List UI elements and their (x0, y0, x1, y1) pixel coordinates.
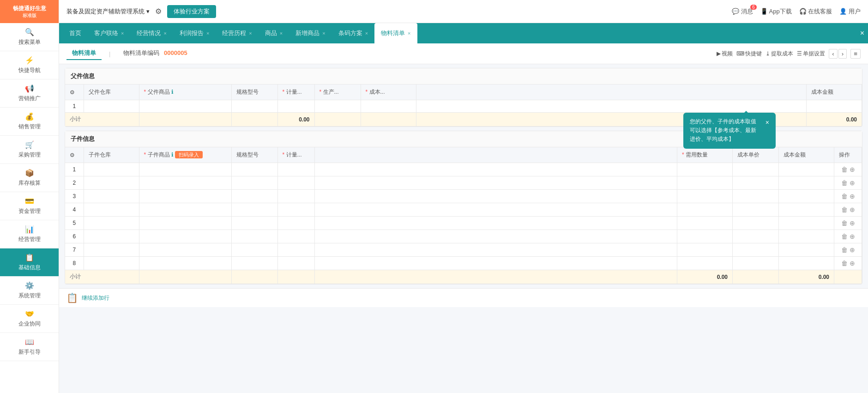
sidebar-item-quick-nav[interactable]: ⚡快捷导航 (0, 51, 59, 79)
child-cell-unit-5[interactable] (277, 217, 314, 230)
copy-icon-8[interactable]: ⊕ (850, 260, 855, 267)
add-row-icon[interactable]: 📋 (66, 292, 78, 303)
delete-icon-8[interactable]: 🗑 (841, 260, 848, 267)
sidebar-item-system[interactable]: ⚙️系统管理 (0, 277, 59, 305)
child-cell-price-7[interactable] (733, 243, 779, 257)
child-cell-product-5[interactable] (139, 217, 231, 230)
sidebar-item-operations[interactable]: 📊经营管理 (0, 220, 59, 248)
child-cell-price-3[interactable] (733, 190, 779, 203)
parent-cell-product-1[interactable] (139, 100, 231, 113)
extract-cost-btn[interactable]: ⤓ 提取成本 (766, 50, 793, 58)
nav-tab-home[interactable]: 首页 (63, 23, 88, 43)
user-btn[interactable]: 👤 用户 (839, 7, 861, 16)
nav-tab-profit-report[interactable]: 利润报告× (173, 23, 216, 43)
nav-tab-customers[interactable]: 客户联络× (88, 23, 130, 43)
nav-tab-bom[interactable]: 物料清单× (374, 23, 417, 43)
parent-th-settings[interactable]: ⚙ (65, 85, 84, 100)
copy-icon-7[interactable]: ⊕ (850, 246, 855, 254)
video-btn[interactable]: ▶ 视频 (717, 50, 733, 58)
delete-icon-7[interactable]: 🗑 (841, 246, 848, 254)
copy-icon-6[interactable]: ⊕ (850, 233, 855, 240)
single-settings-btn[interactable]: ☰ 单据设置 (797, 50, 825, 58)
child-cell-spec-7[interactable] (231, 243, 277, 257)
child-cell-qty-6[interactable] (677, 230, 733, 243)
child-cell-price-8[interactable] (733, 257, 779, 270)
child-cell-warehouse-3[interactable] (84, 190, 139, 203)
child-cell-unit-6[interactable] (277, 230, 314, 243)
sidebar-item-inventory[interactable]: 📦库存核算 (0, 164, 59, 192)
settings-icon[interactable]: ⚙ (155, 7, 162, 16)
close-all-tabs-btn[interactable]: × (860, 29, 864, 37)
child-cell-price-2[interactable] (733, 176, 779, 190)
child-cell-spec-5[interactable] (231, 217, 277, 230)
child-cell-qty-2[interactable] (677, 176, 733, 190)
sidebar-item-basic-info[interactable]: 📋基础信息 (0, 248, 59, 277)
prev-btn[interactable]: ‹ (829, 49, 837, 59)
copy-icon-3[interactable]: ⊕ (850, 193, 855, 200)
child-cell-spec-1[interactable] (231, 163, 277, 176)
nav-tab-close-customers[interactable]: × (121, 30, 124, 36)
child-cell-price-1[interactable] (733, 163, 779, 176)
scan-btn[interactable]: 扫码录入 (175, 151, 203, 158)
parent-cell-warehouse-1[interactable] (84, 100, 139, 113)
child-cell-qty-1[interactable] (677, 163, 733, 176)
nav-tab-close-operations-status[interactable]: × (163, 30, 166, 36)
child-cell-product-2[interactable] (139, 176, 231, 190)
child-cell-spec-3[interactable] (231, 190, 277, 203)
child-cell-warehouse-1[interactable] (84, 163, 139, 176)
sub-tab-code[interactable]: 物料清单编码 0000005 (118, 47, 193, 60)
message-btn[interactable]: 💬 6 消息 (732, 7, 753, 16)
online-service-btn[interactable]: 🎧 在线客服 (799, 7, 832, 16)
parent-cell-unit-1[interactable] (277, 100, 314, 113)
child-cell-qty-4[interactable] (677, 203, 733, 217)
app-download-btn[interactable]: 📱 App下载 (760, 7, 792, 16)
delete-icon-6[interactable]: 🗑 (841, 233, 848, 240)
child-cell-unit-7[interactable] (277, 243, 314, 257)
add-row-label[interactable]: 继续添加行 (82, 294, 109, 302)
child-cell-unit-8[interactable] (277, 257, 314, 270)
nav-tab-close-barcode[interactable]: × (365, 30, 368, 36)
nav-tab-close-new-product[interactable]: × (322, 30, 325, 36)
delete-icon-1[interactable]: 🗑 (841, 166, 848, 173)
child-cell-warehouse-6[interactable] (84, 230, 139, 243)
child-cell-unit-2[interactable] (277, 176, 314, 190)
delete-icon-3[interactable]: 🗑 (841, 193, 848, 200)
copy-icon-5[interactable]: ⊕ (850, 219, 855, 227)
tooltip-close-btn[interactable]: × (766, 117, 769, 127)
child-cell-qty-3[interactable] (677, 190, 733, 203)
sidebar-item-sales[interactable]: 💰销售管理 (0, 108, 59, 136)
child-cell-product-3[interactable] (139, 190, 231, 203)
child-cell-spec-4[interactable] (231, 203, 277, 217)
nav-tab-new-product[interactable]: 新增商品× (289, 23, 332, 43)
nav-tab-products[interactable]: 商品× (259, 23, 289, 43)
sidebar-item-search[interactable]: 🔍搜索菜单 (0, 23, 59, 51)
system-title[interactable]: 装备及固定资产辅助管理系统 ▾ (66, 7, 150, 16)
child-cell-spec-2[interactable] (231, 176, 277, 190)
child-cell-qty-5[interactable] (677, 217, 733, 230)
nav-tab-close-bom[interactable]: × (408, 30, 410, 36)
child-cell-product-1[interactable] (139, 163, 231, 176)
child-cell-warehouse-8[interactable] (84, 257, 139, 270)
parent-cell-cost-1[interactable] (361, 100, 416, 113)
delete-icon-2[interactable]: 🗑 (841, 179, 848, 187)
next-btn[interactable]: › (838, 49, 847, 59)
child-cell-product-6[interactable] (139, 230, 231, 243)
shortcut-btn[interactable]: ⌨ 快捷键 (736, 50, 762, 58)
child-cell-price-4[interactable] (733, 203, 779, 217)
nav-tab-close-profit-report[interactable]: × (206, 30, 209, 36)
child-cell-spec-6[interactable] (231, 230, 277, 243)
copy-icon-1[interactable]: ⊕ (850, 166, 855, 173)
parent-cell-spec-1[interactable] (231, 100, 277, 113)
delete-icon-5[interactable]: 🗑 (841, 219, 848, 227)
trial-button[interactable]: 体验行业方案 (167, 5, 216, 18)
child-th-settings[interactable]: ⚙ (65, 147, 84, 163)
sub-tab-list[interactable]: 物料清单 (66, 47, 102, 60)
child-cell-unit-1[interactable] (277, 163, 314, 176)
child-cell-warehouse-4[interactable] (84, 203, 139, 217)
delete-icon-4[interactable]: 🗑 (841, 206, 848, 213)
child-cell-unit-4[interactable] (277, 203, 314, 217)
child-cell-product-7[interactable] (139, 243, 231, 257)
child-cell-qty-7[interactable] (677, 243, 733, 257)
nav-tab-biz-history[interactable]: 经营历程× (216, 23, 258, 43)
child-cell-price-6[interactable] (733, 230, 779, 243)
